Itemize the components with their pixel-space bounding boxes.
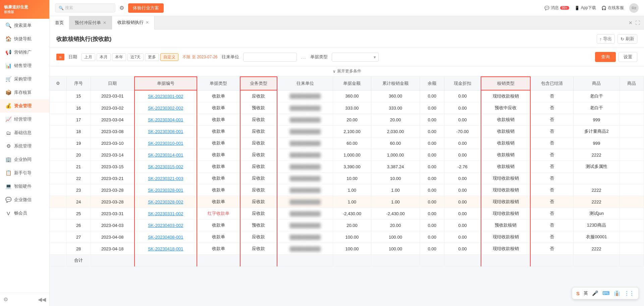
sidebar-item-finance[interactable]: 💰资金管理 xyxy=(0,99,49,113)
cell-billno-10[interactable]: SK-20230331-002 xyxy=(135,208,197,220)
col-cashdiscount-header: 现金折扣 xyxy=(444,77,481,90)
tab-prepay-close-icon[interactable]: ✕ xyxy=(103,20,106,25)
cell-num-9: 24 xyxy=(66,196,91,208)
sogou-icon[interactable]: S xyxy=(576,291,580,296)
tab-receipt[interactable]: 收款核销执行 ✕ xyxy=(112,16,155,29)
bill-no-link-9[interactable]: SK-20230328-002 xyxy=(148,199,183,204)
sidebar-item-quicknav[interactable]: 🏠快捷导航 xyxy=(0,32,49,46)
sidebar-item-wechat[interactable]: 💬企业微信 xyxy=(0,193,49,206)
column-settings-icon[interactable]: ⚙ xyxy=(56,81,60,86)
sidebar-item-basic[interactable]: 🗂基础信息 xyxy=(0,126,49,139)
bill-no-link-8[interactable]: SK-20230328-001 xyxy=(148,188,183,193)
cell-billno-9[interactable]: SK-20230328-002 xyxy=(135,196,197,208)
bill-no-link-6[interactable]: SK-20230315-002 xyxy=(148,164,183,169)
keyboard-icon[interactable]: ⌨ xyxy=(602,290,610,296)
industry-solution-button[interactable]: 体验行业方案 xyxy=(128,3,164,13)
tab-home[interactable]: 首页 xyxy=(50,16,69,29)
cell-billno-1[interactable]: SK-20230302-002 xyxy=(135,102,197,114)
sidebar-item-sales[interactable]: 📊销售管理 xyxy=(0,59,49,72)
sidebar-item-member[interactable]: V畅会员 xyxy=(0,206,49,220)
messages-button[interactable]: 💬 消息 99+ xyxy=(544,5,569,11)
cell-billno-7[interactable]: SK-20230321-003 xyxy=(135,173,197,184)
shirt-icon[interactable]: 👔 xyxy=(614,290,620,296)
filter-expand-button[interactable]: » xyxy=(56,54,64,60)
filter-last-month-btn[interactable]: 上月 xyxy=(81,53,95,61)
cell-cashdiscount-5: 0.00 xyxy=(444,149,481,161)
cell-billno-0[interactable]: SK-20230301-002 xyxy=(135,90,197,102)
cell-canceltype-11: 预收款核销 xyxy=(481,220,530,231)
collapse-icon[interactable]: ◀◀ xyxy=(38,296,46,303)
cell-billno-13[interactable]: SK-20230418-001 xyxy=(135,243,197,255)
cell-biztype-1: 预收款 xyxy=(240,102,277,114)
cell-cashdiscount-14 xyxy=(444,255,481,266)
tab-prepay[interactable]: 预付冲应付单 ✕ xyxy=(69,16,112,29)
cell-billno-2[interactable]: SK-20230304-001 xyxy=(135,114,197,126)
expand-conditions-bar[interactable]: ∨ 展开更多条件 xyxy=(50,66,644,76)
filter-bill-type-select[interactable] xyxy=(332,53,379,62)
sidebar-item-operations[interactable]: 📈经营管理 xyxy=(0,113,49,126)
bill-no-link-7[interactable]: SK-20230321-003 xyxy=(148,176,183,181)
cell-billno-8[interactable]: SK-20230328-001 xyxy=(135,184,197,196)
cell-billno-3[interactable]: SK-20230308-001 xyxy=(135,126,197,137)
settings-gear-icon[interactable]: ⚙ xyxy=(3,296,8,303)
microphone-icon[interactable]: 🎤 xyxy=(592,290,598,296)
refresh-button[interactable]: ↻ 刷新 xyxy=(618,34,637,44)
cell-cumulative-12: 100.00 xyxy=(371,231,420,243)
col-cumulative-header: 累计核销金额 xyxy=(371,77,420,90)
bill-no-link-3[interactable]: SK-20230308-001 xyxy=(148,129,183,134)
bill-no-link-10[interactable]: SK-20230331-002 xyxy=(148,211,183,216)
sidebar-item-guide[interactable]: 📋新手引导 xyxy=(0,166,49,180)
col-settings-header[interactable]: ⚙ xyxy=(50,77,66,90)
cell-canceltype-12: 现结收款核销 xyxy=(481,231,530,243)
user-avatar[interactable]: Rit xyxy=(629,3,639,13)
cell-balance-7: 0.00 xyxy=(420,173,444,184)
topbar-gear-icon[interactable]: ⚙ xyxy=(119,5,124,11)
bill-no-link-4[interactable]: SK-20230310-001 xyxy=(148,141,183,146)
cell-settings-12 xyxy=(50,231,66,243)
filter-partner-input[interactable] xyxy=(243,53,297,62)
col-date-header: 日期 xyxy=(91,77,134,90)
bill-no-link-1[interactable]: SK-20230302-002 xyxy=(148,106,183,111)
bill-no-link-13[interactable]: SK-20230418-001 xyxy=(148,246,183,251)
sidebar-item-purchase[interactable]: 🛒采购管理 xyxy=(0,72,49,86)
online-service-button[interactable]: 🎧 在线客服 xyxy=(601,5,624,11)
filter-more-date-btn[interactable]: 更多 xyxy=(145,53,159,61)
sidebar-item-search[interactable]: 🔍搜索菜单 xyxy=(0,19,49,32)
filter-7days-btn[interactable]: 近7天 xyxy=(127,53,144,61)
filter-settings-button[interactable]: 设置 xyxy=(619,52,637,62)
translate-icon[interactable]: 英 xyxy=(584,290,588,296)
cell-balance-10: 0.00 xyxy=(420,208,444,220)
tabbar: 首页 预付冲应付单 ✕ 收款核销执行 ✕ ✕ ⛶ xyxy=(50,16,644,29)
tab-fullscreen-icon[interactable]: ⛶ xyxy=(635,20,640,25)
bill-no-link-0[interactable]: SK-20230301-002 xyxy=(148,94,183,99)
cell-amount-5: 1,000.00 xyxy=(333,149,371,161)
filter-query-button[interactable]: 查询 xyxy=(595,52,616,62)
cell-billno-12[interactable]: SK-20230408-001 xyxy=(135,231,197,243)
sidebar-item-enterprise[interactable]: 🏢企业协同 xyxy=(0,153,49,166)
topbar-search[interactable]: 🔍 搜索 xyxy=(55,3,115,12)
sidebar-item-inventory[interactable]: 📦库存核算 xyxy=(0,86,49,99)
sidebar-item-system[interactable]: ⚙系统管理 xyxy=(0,139,49,153)
tab-close-action-icon[interactable]: ✕ xyxy=(629,20,633,25)
export-button[interactable]: ↑ 导出 xyxy=(597,34,615,44)
cell-includesettled-1: 否 xyxy=(530,102,573,114)
sidebar-item-marketing[interactable]: 📢营销推广 xyxy=(0,46,49,59)
filter-this-year-btn[interactable]: 本年 xyxy=(112,53,126,61)
bill-no-link-12[interactable]: SK-20230408-001 xyxy=(148,235,183,240)
bill-no-link-2[interactable]: SK-20230304-001 xyxy=(148,117,183,122)
grid-icon[interactable]: ⋮⋮ xyxy=(624,290,634,296)
cell-billno-6[interactable]: SK-20230315-002 xyxy=(135,161,197,173)
table-row: 20 2023-03-14 SK-20230314-001 收款单 应收款 ██… xyxy=(50,149,644,161)
filter-custom-date-btn[interactable]: 自定义 xyxy=(160,53,178,61)
cell-billno-4[interactable]: SK-20230310-001 xyxy=(135,137,197,149)
cell-product2-2 xyxy=(620,114,644,126)
sidebar-item-hardware[interactable]: 💻智能硬件 xyxy=(0,180,49,193)
cell-billno-5[interactable]: SK-20230314-001 xyxy=(135,149,197,161)
cell-balance-13: 0.00 xyxy=(420,243,444,255)
filter-this-month-btn[interactable]: 本月 xyxy=(97,53,111,61)
bill-no-link-11[interactable]: SK-20230403-002 xyxy=(148,223,183,228)
bill-no-link-5[interactable]: SK-20230314-001 xyxy=(148,152,183,158)
cell-billno-11[interactable]: SK-20230403-002 xyxy=(135,220,197,231)
app-download-button[interactable]: 📱 App下载 xyxy=(575,5,596,11)
tab-receipt-close-icon[interactable]: ✕ xyxy=(146,20,149,25)
